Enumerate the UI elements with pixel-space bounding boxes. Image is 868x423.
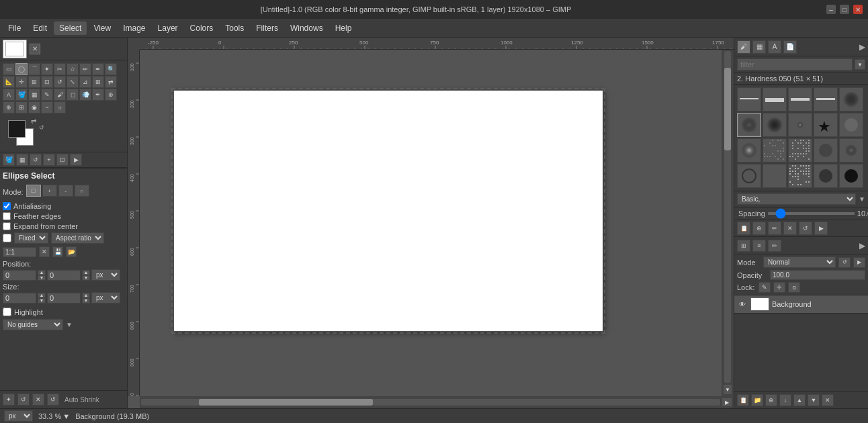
menu-file[interactable]: File [3, 21, 26, 35]
reset-colors-icon[interactable]: ↺ [39, 124, 44, 131]
brush-delete-button[interactable]: ✕ [783, 222, 797, 235]
close-button[interactable]: ✕ [853, 5, 863, 14]
ratio-save-button[interactable]: 💾 [52, 246, 63, 257]
brush-config-button[interactable]: ▶ [814, 222, 828, 235]
tool-airbrush[interactable]: 💨 [79, 89, 91, 101]
brush-cell-17[interactable] [788, 164, 812, 188]
feather-edges-checkbox[interactable] [3, 212, 11, 220]
tool-paths[interactable]: ✏ [79, 63, 91, 75]
mode-replace-button[interactable]: ☐ [26, 185, 41, 197]
brush-cell-18[interactable] [814, 164, 838, 188]
tool-scissors[interactable]: ✂ [54, 63, 66, 75]
brush-cell-11[interactable] [763, 138, 787, 162]
brush-cell-19[interactable] [839, 164, 863, 188]
size-h-down[interactable]: ▼ [82, 298, 90, 303]
brush-cell-7[interactable] [788, 113, 812, 137]
tool-mode-replace[interactable]: ↺ [30, 154, 42, 166]
tool-eraser[interactable]: ◻ [67, 89, 79, 101]
unit-select[interactable]: px mm [4, 410, 33, 422]
mode-subtract-button[interactable]: - [58, 185, 73, 197]
brushes-tab-button[interactable]: 🖌 [737, 40, 750, 54]
canvas-viewport[interactable] [140, 50, 734, 396]
document-canvas[interactable] [173, 90, 603, 332]
brush-edit-button[interactable]: ✏ [768, 222, 781, 235]
maximize-button[interactable]: □ [840, 5, 849, 14]
brush-cell-9[interactable] [839, 113, 863, 137]
pos-x-down[interactable]: ▼ [38, 275, 46, 281]
filter-input[interactable] [737, 58, 853, 70]
document-history-tab-button[interactable]: 📄 [783, 40, 797, 54]
lock-position-button[interactable]: ✛ [773, 282, 785, 293]
pos-y-up[interactable]: ▲ [82, 270, 90, 275]
brush-cell-15[interactable] [737, 164, 761, 188]
highlight-checkbox[interactable] [3, 308, 11, 316]
layer-mode-expand-button[interactable]: ▶ [853, 257, 865, 268]
tool-delete-preset-button[interactable]: ✕ [32, 393, 44, 406]
tool-pattern-small[interactable]: ▦ [16, 154, 28, 166]
ratio-load-button[interactable]: 📂 [66, 246, 77, 257]
brush-cell-0[interactable] [737, 87, 761, 111]
swap-colors-icon[interactable]: ⇄ [31, 117, 36, 125]
menu-windows[interactable]: Windows [285, 21, 329, 35]
size-w-down[interactable]: ▼ [38, 298, 46, 303]
tool-snap[interactable]: ⊡ [56, 154, 69, 166]
paths-tab-button[interactable]: ✏ [768, 240, 781, 252]
brush-preset-select[interactable]: Basic, [737, 193, 856, 205]
tool-mode-add[interactable]: + [43, 154, 55, 166]
configure-panel[interactable]: ▶ [70, 154, 82, 166]
aspect-ratio-select[interactable]: Aspect ratio [51, 232, 104, 244]
layer-mode-select[interactable]: Normal Multiply Screen Overlay [763, 256, 836, 268]
lower-panel-expand-icon[interactable]: ▶ [859, 241, 865, 250]
tool-heal[interactable]: ⊕ [3, 101, 15, 113]
tool-flip[interactable]: ⇄ [105, 76, 117, 88]
tool-blend[interactable]: ▦ [28, 89, 40, 101]
move-layer-up-button[interactable]: ▲ [793, 394, 806, 406]
move-layer-down-button[interactable]: ▼ [808, 394, 820, 406]
mode-intersect-button[interactable]: ∩ [75, 185, 89, 197]
tool-ink[interactable]: ✒ [92, 89, 104, 101]
tool-shear[interactable]: ⊿ [79, 76, 91, 88]
menu-select[interactable]: Select [54, 21, 87, 35]
new-layer-group-button[interactable]: 📁 [751, 394, 763, 406]
size-unit-select[interactable]: px mm in [91, 292, 120, 303]
scroll-right-button[interactable]: ▶ [722, 397, 732, 407]
size-h-input[interactable] [47, 293, 81, 303]
tool-rotate[interactable]: ↺ [54, 76, 66, 88]
pos-y-down[interactable]: ▼ [82, 275, 90, 281]
menu-view[interactable]: View [88, 21, 116, 35]
size-w-input[interactable] [3, 293, 36, 303]
tool-perspective[interactable]: ⊞ [92, 76, 104, 88]
brush-cell-8[interactable] [814, 113, 838, 137]
spacing-slider[interactable] [768, 212, 855, 215]
brush-cell-1[interactable] [763, 87, 787, 111]
tool-crop[interactable]: ⊡ [41, 76, 53, 88]
brush-cell-14[interactable] [839, 138, 863, 162]
ratio-clear-button[interactable]: ✕ [39, 246, 50, 257]
brush-cell-3[interactable] [814, 87, 838, 111]
brush-cell-2[interactable] [788, 87, 812, 111]
tool-reset-button[interactable]: ↺ [47, 393, 59, 406]
position-y-input[interactable] [47, 270, 81, 281]
vertical-scrollbar[interactable]: ▼ [722, 50, 734, 396]
horizontal-scrollbar[interactable]: ▶ [140, 396, 734, 408]
tool-clone[interactable]: ⊕ [105, 89, 117, 101]
channels-tab-button[interactable]: ≡ [752, 240, 766, 252]
layer-opacity-input[interactable] [770, 270, 865, 280]
tool-paintbrush[interactable]: 🖌 [54, 89, 66, 101]
menu-image[interactable]: Image [118, 21, 150, 35]
tool-rect-select[interactable]: ▭ [3, 63, 15, 75]
tool-ellipse-select[interactable]: ◯ [15, 63, 28, 75]
menu-tools[interactable]: Tools [220, 21, 249, 35]
brush-new-button[interactable]: 📋 [737, 222, 750, 235]
fixed-select[interactable]: Fixed [14, 232, 48, 244]
lock-pixels-button[interactable]: ✎ [758, 282, 771, 293]
brush-duplicate-button[interactable]: ⊕ [752, 222, 766, 235]
layer-item-background[interactable]: 👁 Background [734, 295, 868, 314]
brush-refresh-button[interactable]: ↺ [799, 222, 812, 235]
fixed-aspect-checkbox[interactable] [3, 234, 11, 242]
tool-blur[interactable]: ◉ [28, 101, 40, 113]
tool-move[interactable]: ✛ [15, 76, 28, 88]
tool-paintbucket-small[interactable]: 🪣 [3, 154, 15, 166]
fonts-tab-button[interactable]: A [768, 40, 781, 54]
size-h-up[interactable]: ▲ [82, 293, 90, 298]
